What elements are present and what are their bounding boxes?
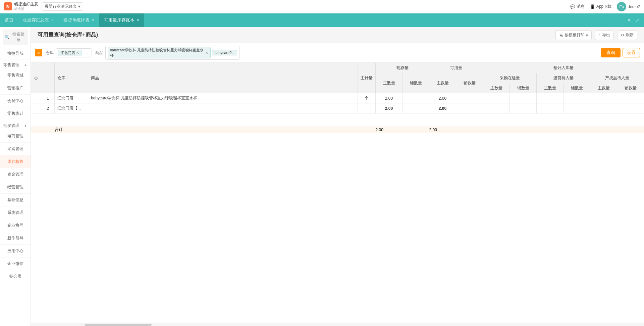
- sidebar-item-member[interactable]: 会员中心: [0, 95, 31, 107]
- close-all-btn[interactable]: ✕: [626, 17, 633, 24]
- row2-stock-main: 2.00: [376, 103, 402, 113]
- search-menu-btn[interactable]: 🔍 搜索菜单: [3, 30, 28, 45]
- quick-nav-btn[interactable]: 快捷导航: [0, 48, 31, 59]
- user-area[interactable]: Ea demo2: [617, 2, 640, 11]
- print-icon: 🖨: [559, 33, 563, 38]
- row2-production-aux: [617, 103, 644, 113]
- row1-num: 1: [41, 93, 55, 103]
- th-main-unit: 主计量: [358, 63, 376, 93]
- tab-home[interactable]: 首页: [0, 13, 18, 27]
- export-btn[interactable]: ↑ 导出: [595, 30, 614, 40]
- tab-order-stats-label: 要货单统计表: [63, 17, 90, 23]
- row2-num: 2: [41, 103, 55, 113]
- warehouse-dots[interactable]: ···: [83, 50, 90, 55]
- sidebar-item-enterprise-collab[interactable]: 企业协同: [0, 219, 31, 232]
- tab-order-stats[interactable]: 要货单统计表 ✕: [59, 13, 99, 27]
- row2-product: [88, 103, 358, 113]
- sidebar-item-ecom-mgmt[interactable]: 电商管理: [0, 130, 31, 143]
- row1-purchase-main: [483, 93, 510, 103]
- th-purchase-aux: 辅数量: [510, 83, 537, 93]
- avatar: Ea: [617, 2, 626, 11]
- row1-available-aux: [456, 93, 483, 103]
- warehouse-tag-1: 江北门店 ✕: [58, 50, 82, 56]
- tab-receive-send[interactable]: 收发存汇总表 ✕: [18, 13, 59, 27]
- sidebar-item-app-center[interactable]: 应用中心: [0, 245, 31, 258]
- sidebar-item-retail-shop[interactable]: 零售商城: [0, 69, 31, 82]
- sidebar-item-retail-stats[interactable]: 零售统计: [0, 107, 31, 120]
- tab-available-stock-label: 可用量库存账本: [104, 17, 135, 23]
- query-btn[interactable]: 查询: [601, 48, 621, 57]
- sidebar-item-ops-mgmt[interactable]: 经营管理: [0, 181, 31, 194]
- print-template-label: 按模板打印: [565, 32, 585, 38]
- sidebar-item-wholesale-mgmt[interactable]: 批发管理 ▼: [0, 120, 31, 130]
- message-btn[interactable]: 💬 消息: [570, 4, 585, 9]
- product-tag-2: babycare?...: [212, 50, 237, 55]
- tab-order-stats-close[interactable]: ✕: [92, 18, 95, 22]
- tab-available-stock[interactable]: 可用量库存账本 ✕: [99, 13, 144, 27]
- row1-unit: 个: [358, 93, 376, 103]
- tab-available-stock-close[interactable]: ✕: [137, 18, 140, 22]
- row1-purchase-aux: [510, 93, 537, 103]
- filter-expand-btn[interactable]: »: [35, 49, 42, 56]
- print-template-btn[interactable]: 🖨 按模板打印 ▾: [555, 30, 592, 40]
- sidebar-item-basic-info-label: 基础信息: [7, 197, 23, 203]
- warehouse-tag-1-text: 江北门店: [60, 50, 75, 55]
- row2-production-main: [590, 103, 617, 113]
- th-gear: ⚙: [31, 63, 41, 93]
- sidebar-item-marketing-label: 营销推广: [7, 85, 23, 91]
- th-incoming-main: 主数量: [537, 83, 564, 93]
- th-stock-group: 现存量: [376, 63, 429, 73]
- logo-sub: 标准版: [14, 7, 38, 11]
- sidebar-item-newbie-guide[interactable]: 新手引导: [0, 232, 31, 245]
- column-settings-icon[interactable]: ⚙: [34, 76, 38, 81]
- sidebar-item-enterprise-collab-label: 企业协同: [7, 223, 23, 228]
- th-purchase-main: 主数量: [483, 83, 510, 93]
- row2-unit: [358, 103, 376, 113]
- refresh-btn[interactable]: ↺ 刷新: [617, 30, 637, 40]
- nav-window-btns: ✕ ⤢: [623, 13, 644, 27]
- sidebar-item-wholesale-mgmt-label: 批发管理: [3, 123, 19, 129]
- settings-btn[interactable]: 设置: [623, 48, 640, 57]
- warehouse-tag-1-remove[interactable]: ✕: [76, 51, 79, 55]
- sidebar-item-enterprise-wechat[interactable]: 企业微信: [0, 258, 31, 270]
- tab-receive-send-close[interactable]: ✕: [51, 18, 54, 22]
- row1-available-main: 2.00: [429, 93, 456, 103]
- sidebar-item-purchase-mgmt[interactable]: 采购管理: [0, 143, 31, 155]
- sidebar-item-finance-mgmt-label: 资金管理: [7, 172, 23, 177]
- sidebar-item-newbie-guide-label: 新手引导: [7, 235, 23, 241]
- row2-purchase-aux: [510, 103, 537, 113]
- tenant-selector[interactable]: 母婴行业演示账套 ▾: [42, 2, 83, 11]
- empty-row: [31, 113, 644, 127]
- chevron-down-icon-print: ▾: [586, 33, 588, 38]
- top-bar: 好 畅捷通好生意 标准版 母婴行业演示账套 ▾ 💬 消息 📱 App下载 Ea …: [0, 0, 644, 13]
- product-tag-input[interactable]: babycare学饮杯 儿童防摔防撞吸管杯重力球吸嘴杯宝宝水杯 ✕ babyca…: [105, 46, 239, 60]
- scrollbar-area[interactable]: [31, 323, 644, 326]
- refresh-label: 刷新: [626, 32, 634, 38]
- th-incoming-group: 进货待入量: [537, 73, 590, 83]
- product-tag-1-remove[interactable]: ✕: [205, 51, 208, 55]
- th-stock-aux: 辅数量: [402, 73, 429, 93]
- scrollbar-thumb[interactable]: [85, 324, 152, 326]
- sidebar-item-basic-info[interactable]: 基础信息: [0, 194, 31, 206]
- sidebar-item-system-mgmt-label: 系统管理: [7, 210, 23, 216]
- warehouse-tag-input[interactable]: 江北门店 ✕ ···: [56, 48, 92, 57]
- th-available-group: 可用量: [429, 63, 483, 73]
- sidebar-item-finance-mgmt[interactable]: 资金管理: [0, 168, 31, 181]
- footer-production-aux: [617, 127, 644, 133]
- app-download-btn[interactable]: 📱 App下载: [590, 4, 611, 9]
- expand-btn[interactable]: ⤢: [634, 17, 641, 24]
- search-menu-label: 搜索菜单: [11, 32, 26, 43]
- sidebar-item-inventory-check[interactable]: 库存核算: [0, 155, 31, 168]
- sidebar-item-vip-member[interactable]: 畅会员: [0, 270, 31, 283]
- sidebar-item-system-mgmt[interactable]: 系统管理: [0, 206, 31, 219]
- row1-incoming-main: [537, 93, 564, 103]
- row1-incoming-aux: [564, 93, 590, 103]
- th-available-aux: 辅数量: [456, 73, 483, 93]
- nav-spacer: [144, 13, 623, 27]
- chevron-down-icon: ▾: [78, 4, 80, 9]
- phone-icon: 📱: [590, 4, 595, 9]
- sidebar-item-retail-mgmt[interactable]: 零售管理 ▲: [0, 59, 31, 69]
- top-bar-left: 好 畅捷通好生意 标准版 母婴行业演示账套 ▾: [4, 2, 83, 11]
- sidebar-item-marketing[interactable]: 营销推广: [0, 82, 31, 95]
- footer-unit: [358, 127, 376, 133]
